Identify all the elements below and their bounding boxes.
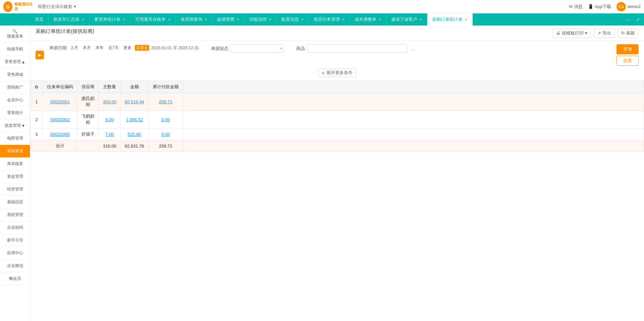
row-qty[interactable]: 303.00 (99, 93, 121, 111)
tab-baozhi-close[interactable]: ✕ (204, 17, 207, 22)
status-select-wrap: ▾ (230, 44, 284, 53)
settings-btn[interactable]: 设置 (616, 56, 639, 66)
tab-home[interactable]: 首页 (30, 13, 49, 25)
sidebar-item-purchase[interactable]: 采购管理 (0, 145, 30, 158)
tab-yaohuo-close[interactable]: ✕ (122, 17, 125, 22)
app-download-btn[interactable]: 📱 App下载 (588, 4, 611, 10)
user-area[interactable]: Ea demo2 (616, 2, 641, 11)
sidebar-item-marketing[interactable]: 营销推广 (0, 81, 30, 94)
row-paid[interactable]: 0.00 (148, 111, 183, 128)
tab-chaochuyujing[interactable]: 超储预警 ✕ (212, 13, 245, 25)
sidebar-item-operations[interactable]: 经营管理 (0, 183, 30, 196)
goods-input[interactable] (307, 44, 408, 53)
tab-jianhuo-close[interactable]: ✕ (342, 17, 345, 22)
sidebar-item-collab[interactable]: 企业协同 (0, 221, 30, 234)
shortcut-more[interactable]: 更多 (122, 44, 133, 51)
tab-jianhuo[interactable]: 拣货任务管理 ✕ (309, 13, 350, 25)
row-qty[interactable]: 6.00 (99, 111, 121, 128)
col-settings[interactable]: ⚙ (31, 81, 43, 93)
message-icon: ✉ (569, 4, 573, 9)
tab-yaoqing-close[interactable]: ✕ (419, 17, 422, 22)
goods-dots-btn[interactable]: ... (410, 45, 416, 53)
row-amount[interactable]: 1,586.52 (120, 111, 148, 128)
tab-chengben[interactable]: 成本调整单 ✕ (350, 13, 386, 25)
tab-yaoqing[interactable]: 邀请下游客户 ✕ (386, 13, 427, 25)
tab-yaohuo[interactable]: 要货单统计表 ✕ (90, 13, 130, 25)
tab-peizhi-close[interactable]: ✕ (301, 17, 304, 22)
page-header-row: 采购订单统计表(按供应商) 🖨 按模板打印 ▾ ↗ 导出 ↻ 刷新 (30, 25, 644, 41)
shortcut-thisyear[interactable]: 本年 (94, 44, 105, 51)
tab-shoufacun-close[interactable]: ✕ (82, 17, 85, 22)
sidebar-item-search[interactable]: 🔍搜索菜单 (0, 25, 30, 43)
tab-baozhi[interactable]: 保质期查询 ✕ (176, 13, 212, 25)
tab-chaochuyujing-close[interactable]: ✕ (236, 17, 239, 22)
sidebar-item-finance[interactable]: 资金管理 (0, 170, 30, 183)
print-label: 按模板打印 (562, 30, 584, 36)
filter-top-row: ▶ 单据日期 上月 本月 本年 近7天 更多 自定义 2016-01-01 至 (36, 44, 639, 66)
query-actions: 查询 设置 (616, 44, 639, 66)
row-amount[interactable]: 525.80 (120, 128, 148, 140)
row-paid[interactable]: 259.72 (148, 93, 183, 111)
workspace-label: 母婴行业演示账套 (38, 4, 72, 10)
tab-caigou-close[interactable]: ✕ (465, 17, 468, 22)
refresh-btn[interactable]: ↻ 刷新 (618, 29, 639, 38)
row-supplier: 飞鹤奶粉 (77, 111, 99, 128)
tab-keyongliang-label: 可用量库存账本 (135, 16, 166, 22)
tab-home-label: 首页 (35, 16, 44, 22)
sidebar-item-retail-shop[interactable]: 零售商城 (0, 68, 30, 81)
sidebar-item-member2[interactable]: 畅会员 (0, 272, 30, 285)
content-area: 采购订单统计表(按供应商) 🖨 按模板打印 ▾ ↗ 导出 ↻ 刷新 (30, 25, 644, 321)
row-qty[interactable]: 7.00 (99, 128, 121, 140)
tab-keyongliang-close[interactable]: ✕ (168, 17, 171, 22)
sidebar-item-inventory[interactable]: 库存核算 (0, 158, 30, 170)
sidebar-item-ecommerce[interactable]: 电商管理 (0, 132, 30, 145)
print-btn[interactable]: 🖨 按模板打印 ▾ (552, 29, 591, 38)
footer-label: 合计 (43, 140, 77, 152)
sidebar-item-retail-stats[interactable]: 零售统计 (0, 107, 30, 119)
row-code[interactable]: 00020002 (43, 111, 77, 128)
status-select[interactable] (230, 44, 284, 53)
row-code[interactable]: 00020001 (43, 93, 77, 111)
sidebar-item-basic-info[interactable]: 基础信息 (0, 196, 30, 209)
workspace-selector[interactable]: 母婴行业演示账套 ▾ (38, 4, 565, 10)
expand-btn[interactable]: ∨ 展开更多条件 (318, 68, 356, 77)
table-header-row: ⚙ 往来单位编码 供应商 主数量 金额 累计付款金额 (31, 81, 644, 93)
row-amount[interactable]: 60,519.44 (120, 93, 148, 111)
message-btn[interactable]: ✉ 消息 (569, 4, 583, 10)
filter-toggle-btn[interactable]: ▶ (36, 51, 44, 59)
query-btn[interactable]: 查询 (616, 44, 639, 54)
tab-chengben-label: 成本调整单 (355, 16, 376, 22)
tab-gongneng[interactable]: 功能说明 ✕ (245, 13, 277, 25)
export-btn[interactable]: ↗ 导出 (594, 29, 615, 38)
sidebar-item-quicknav[interactable]: 快捷导航 (0, 43, 30, 56)
sidebar-item-wholesale[interactable]: 批发管理▼ (0, 119, 30, 132)
tab-gongneng-close[interactable]: ✕ (269, 17, 272, 22)
sidebar-item-retail-mgmt[interactable]: 零售管理▲ (0, 56, 30, 68)
row-paid[interactable]: 0.00 (148, 128, 183, 140)
row-code[interactable]: 00020005 (43, 128, 77, 140)
goods-label: 商品 (296, 46, 305, 52)
tab-caigou-active[interactable]: 采购订单统计表 ✕ (427, 13, 473, 25)
tab-minimize-btn[interactable]: — (625, 15, 632, 23)
tab-chengben-close[interactable]: ✕ (378, 17, 381, 22)
footer-amount: 62,631.76 (120, 140, 148, 152)
sidebar-item-app-center[interactable]: 应用中心 (0, 247, 30, 260)
tab-maximize-btn[interactable]: ⤢ (635, 15, 641, 23)
shortcut-lastmonth[interactable]: 上月 (69, 44, 79, 51)
sidebar: 🔍搜索菜单 快捷导航 零售管理▲ 零售商城 营销推广 会员中心 零售统计 批发管… (0, 25, 30, 321)
tab-keyongliang[interactable]: 可用量库存账本 ✕ (130, 13, 176, 25)
date-label: 单据日期 (49, 45, 67, 51)
tab-baozhi-label: 保质期查询 (180, 16, 202, 22)
app-download-label: App下载 (595, 4, 611, 10)
avatar: Ea (616, 2, 626, 11)
date-range: 2016-01-01 至 2023-12-31 (151, 45, 199, 51)
sidebar-item-system[interactable]: 系统管理 (0, 209, 30, 221)
shortcut-7days[interactable]: 近7天 (107, 44, 120, 51)
expand-row: ∨ 展开更多条件 (36, 68, 639, 77)
tab-shoufacun[interactable]: 收发存汇总表 ✕ (49, 13, 90, 25)
sidebar-item-newbie[interactable]: 新手引导 (0, 234, 30, 247)
shortcut-thismonth[interactable]: 本月 (82, 44, 92, 51)
tab-peizhi[interactable]: 配置信息 ✕ (277, 13, 309, 25)
sidebar-item-wechat[interactable]: 企业微信 (0, 260, 30, 272)
sidebar-item-member[interactable]: 会员中心 (0, 94, 30, 107)
